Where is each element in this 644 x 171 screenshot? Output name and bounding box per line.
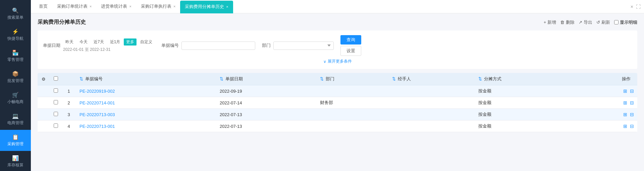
order-no-link[interactable]: PE-20220714-001: [79, 100, 115, 105]
expand-button[interactable]: ∨ 展开更多条件: [323, 59, 352, 64]
tab-label: 首页: [39, 3, 48, 9]
row-detail-icon[interactable]: ⊟: [630, 112, 634, 117]
order-no-link[interactable]: PE-20220713-003: [79, 112, 115, 117]
row-handler: [388, 85, 474, 97]
order-no-link[interactable]: PE-20220713-001: [79, 124, 115, 129]
today-btn[interactable]: 今天: [77, 38, 90, 46]
tab-purchase-order-exec[interactable]: 采购订单执行表×: [136, 0, 180, 13]
wholesale-icon: 📦: [2, 71, 29, 77]
ecommerce-icon: 💻: [2, 113, 29, 119]
query-button[interactable]: 查询: [340, 35, 361, 45]
table-header: ⚙ ⇅ 单据编号 ⇅ 单据日: [38, 73, 637, 85]
row-split-method: 按金额: [474, 120, 575, 132]
row-edit-icon[interactable]: ⊞: [623, 88, 627, 94]
tab-close-icon[interactable]: ×: [129, 4, 131, 8]
row-detail-icon[interactable]: ⊟: [630, 100, 634, 105]
sidebar-item-wholesale[interactable]: 📦批发管理: [0, 67, 31, 88]
last7days-btn[interactable]: 近7天: [91, 38, 106, 46]
row-split-method: 按金额: [474, 85, 575, 97]
shortcut-icon: ⚡: [2, 28, 29, 35]
search-buttons: 查询 设置: [340, 35, 361, 56]
col-checkbox: [50, 73, 62, 85]
col-dept[interactable]: ⇅ 部门: [316, 73, 388, 85]
select-all-checkbox[interactable]: [54, 76, 58, 81]
tab-purchase-cost-history[interactable]: 采购费用分摊单历史×: [180, 1, 233, 13]
last1month-btn[interactable]: 近1月: [108, 38, 123, 46]
fullscreen-icon[interactable]: ⛶: [636, 4, 641, 9]
tab-home[interactable]: 首页: [34, 0, 52, 13]
row-order-date: 2022-07-14: [216, 97, 316, 109]
tab-close-icon[interactable]: ×: [226, 5, 228, 9]
date-label: 单据日期: [43, 42, 60, 49]
row-order-date: 2022-07-13: [216, 109, 316, 120]
row-actions: ⊞ ⊟: [575, 85, 637, 97]
sort-icon-split: ⇅: [478, 76, 482, 81]
yesterday-btn[interactable]: 昨天: [63, 38, 76, 46]
table-row: 3 PE-20220713-003 2022-07-13 按金额 ⊞ ⊟: [38, 109, 637, 120]
tab-stock-in-stats[interactable]: 进货单统计表×: [96, 0, 136, 13]
row-settings: [38, 97, 50, 109]
sidebar-item-search[interactable]: 🔍搜索菜单: [0, 3, 31, 24]
retail-icon: 🏪: [2, 50, 29, 56]
row-handler: [388, 109, 474, 120]
custom-date-btn[interactable]: 自定义: [138, 38, 155, 46]
date-buttons-group: 昨天 今天 近7天 近1月 更多 自定义 2022-01-01 至 2022-1…: [63, 38, 155, 53]
tab-label: 采购订单执行表: [141, 3, 171, 9]
refresh-button[interactable]: ↺ 刷新: [596, 19, 610, 25]
show-columns-checkbox[interactable]: [614, 20, 619, 24]
tab-label: 进货单统计表: [101, 3, 127, 9]
dept-select[interactable]: 财务部: [273, 41, 334, 50]
settings-gear-icon[interactable]: ⚙: [42, 77, 46, 82]
col-settings[interactable]: ⚙: [38, 73, 50, 85]
sidebar-item-shortcut[interactable]: ⚡快捷导航: [0, 24, 31, 46]
row-order-date: 2022-07-13: [216, 120, 316, 132]
expand-row: ∨ 展开更多条件: [43, 59, 632, 64]
main-content: 首页采购订单统计表×进货单统计表×采购订单执行表×采购费用分摊单历史× × ⛶ …: [31, 0, 644, 171]
col-order-no[interactable]: ⇅ 单据编号: [75, 73, 216, 85]
row-checkbox[interactable]: [54, 88, 58, 93]
col-order-date[interactable]: ⇅ 单据日期: [216, 73, 316, 85]
row-edit-icon[interactable]: ⊞: [623, 112, 627, 117]
col-split-method[interactable]: ⇅ 分摊方式: [474, 73, 575, 85]
sidebar-item-ecommerce[interactable]: 💻电商管理: [0, 109, 31, 130]
tab-close-icon[interactable]: ×: [90, 4, 92, 8]
add-button[interactable]: + 新增: [544, 19, 556, 25]
row-split-method: 按金额: [474, 97, 575, 109]
sidebar-item-mini[interactable]: 🛒小畅电商: [0, 88, 31, 109]
row-checkbox[interactable]: [54, 112, 58, 116]
row-handler: [388, 120, 474, 132]
sort-icon-date: ⇅: [220, 76, 223, 81]
delete-button[interactable]: 🗑 删除: [560, 19, 575, 25]
more-date-btn[interactable]: 更多: [124, 38, 137, 46]
sidebar-item-inventory[interactable]: 📊库存核算: [0, 151, 31, 171]
tab-purchase-order-stats[interactable]: 采购订单统计表×: [52, 0, 96, 13]
sidebar-item-retail[interactable]: 🏪零售管理: [0, 46, 31, 67]
tab-bar: 首页采购订单统计表×进货单统计表×采购订单执行表×采购费用分摊单历史× × ⛶: [31, 0, 644, 13]
row-detail-icon[interactable]: ⊟: [630, 123, 634, 129]
order-no-link[interactable]: PE-20220919-002: [79, 89, 115, 94]
export-button[interactable]: ↗ 导出: [579, 19, 592, 25]
page-content: 采购费用分摊单历史 + 新增 🗑 删除 ↗ 导出 ↺ 刷新: [31, 13, 644, 171]
order-no-input[interactable]: [181, 41, 255, 50]
col-handler[interactable]: ⇅ 经手人: [388, 73, 474, 85]
table-row: 1 PE-20220919-002 2022-09-19 按金额 ⊞ ⊟: [38, 85, 637, 97]
export-icon: ↗: [579, 20, 582, 25]
mini-icon: 🛒: [2, 92, 29, 98]
col-action: 操作: [575, 73, 637, 85]
tab-close-icon[interactable]: ×: [173, 4, 175, 8]
toolbar: + 新增 🗑 删除 ↗ 导出 ↺ 刷新 显示明细: [544, 19, 637, 25]
row-checkbox[interactable]: [54, 123, 58, 128]
show-columns-toggle[interactable]: 显示明细: [614, 19, 637, 25]
row-detail-icon[interactable]: ⊟: [630, 88, 634, 94]
sidebar-item-purchase[interactable]: 📋采购管理: [0, 130, 31, 151]
row-seq: 1: [62, 85, 75, 97]
order-no-label: 单据编号: [161, 42, 179, 49]
row-edit-icon[interactable]: ⊞: [623, 100, 627, 105]
close-icon[interactable]: ×: [631, 4, 633, 9]
row-checkbox[interactable]: [54, 100, 58, 104]
sidebar: 🔍搜索菜单⚡快捷导航🏪零售管理📦批发管理🛒小畅电商💻电商管理📋采购管理📊库存核算…: [0, 0, 31, 171]
row-edit-icon[interactable]: ⊞: [623, 123, 627, 129]
sort-icon-dept: ⇅: [320, 76, 324, 81]
setting-button[interactable]: 设置: [340, 46, 361, 56]
row-dept: 财务部: [316, 97, 388, 109]
